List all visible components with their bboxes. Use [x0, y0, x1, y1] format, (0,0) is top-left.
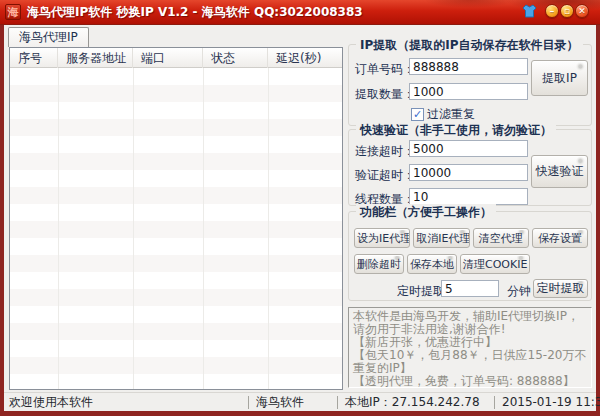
info-line: 本软件是由海鸟开发，辅助IE代理切换IP，请勿用于非法用途,谢谢合作! — [353, 310, 587, 336]
function-button[interactable]: 删除超时 — [354, 254, 404, 274]
app-icon[interactable]: 海 — [5, 4, 21, 20]
status-divider — [248, 396, 249, 409]
app-window: 海 海鸟代理IP软件 秒换IP V1.2 - 海鸟软件 QQ:302200838… — [0, 0, 600, 416]
function-button[interactable]: 保存设置 — [532, 228, 588, 248]
extract-group-title: IP提取（提取的IP自动保存在软件目录） — [356, 37, 583, 54]
info-line: 【包天10￥，包月88￥，日供应15-20万不重复的IP】 — [353, 349, 587, 375]
proxy-list[interactable]: 序号服务器地址端口状态延迟(秒) — [9, 47, 343, 390]
column-header-4[interactable]: 延迟(秒) — [268, 48, 342, 68]
window-title: 海鸟代理IP软件 秒换IP V1.2 - 海鸟软件 QQ:3022008383 — [27, 0, 363, 25]
timer-minutes-input[interactable] — [441, 280, 499, 297]
quick-verify-button[interactable]: 快速验证 — [531, 155, 588, 188]
function-button[interactable]: 设为IE代理 — [354, 228, 410, 248]
column-header-0[interactable]: 序号 — [10, 48, 58, 68]
timer-unit-label: 分钟 — [507, 283, 531, 300]
function-group-title: 功能栏（方便手工操作） — [356, 204, 496, 221]
function-group: 功能栏（方便手工操作） 设为IE代理取消IE代理清空代理保存设置 删除超时保存本… — [348, 211, 592, 301]
title-bar[interactable]: 海 海鸟代理IP软件 秒换IP V1.2 - 海鸟软件 QQ:302200838… — [0, 0, 600, 25]
status-bar: 欢迎使用本软件 海鸟软件 本地IP：27.154.242.78 2015-01-… — [4, 392, 596, 411]
verify-timeout-label: 验证超时： — [355, 167, 415, 184]
filter-duplicates-label: 过滤重复 — [427, 106, 475, 123]
close-icon: ✕ — [576, 5, 588, 17]
extract-ip-button[interactable]: 提取IP — [531, 60, 588, 96]
column-divider — [133, 68, 134, 389]
status-welcome: 欢迎使用本软件 — [9, 393, 93, 412]
checkbox-check-icon: ✓ — [411, 108, 424, 121]
fn-row-1: 设为IE代理取消IE代理清空代理保存设置 — [354, 228, 588, 248]
thread-count-input[interactable] — [409, 188, 528, 205]
verify-timeout-input[interactable] — [409, 164, 528, 181]
column-header-3[interactable]: 状态 — [203, 48, 268, 68]
connect-timeout-input[interactable] — [409, 140, 528, 157]
maximize-button[interactable]: ▫ — [560, 4, 574, 18]
fn-row-2: 删除超时保存本地清理COOKIE — [354, 254, 588, 274]
function-button[interactable]: 取消IE代理 — [413, 228, 469, 248]
close-button[interactable]: ✕ — [575, 4, 589, 18]
maximize-icon: ▫ — [561, 5, 573, 17]
column-divider — [58, 68, 59, 389]
minimize-button[interactable]: – — [545, 4, 559, 18]
connect-timeout-label: 连接超时： — [355, 143, 415, 160]
status-divider — [494, 396, 495, 409]
shirt-icon — [521, 3, 538, 20]
function-button[interactable]: 清空代理 — [473, 228, 529, 248]
timer-extract-button[interactable]: 定时提取 — [533, 279, 588, 298]
order-number-label: 订单号码： — [355, 61, 415, 78]
status-local-ip: 本地IP：27.154.242.78 — [345, 393, 480, 412]
table-body[interactable] — [10, 68, 342, 389]
extract-count-input[interactable] — [409, 83, 528, 100]
column-header-2[interactable]: 端口 — [133, 48, 203, 68]
order-number-input[interactable] — [409, 58, 528, 75]
function-button[interactable]: 清理COOKIE — [460, 254, 530, 274]
column-divider — [268, 68, 269, 389]
filter-duplicates-checkbox[interactable]: ✓ 过滤重复 — [411, 106, 475, 123]
skin-button[interactable] — [521, 3, 538, 20]
tab-proxy-ip[interactable]: 海鸟代理IP — [8, 27, 89, 47]
extract-count-label: 提取数量： — [355, 86, 415, 103]
column-header-1[interactable]: 服务器地址 — [58, 48, 133, 68]
verify-group-title: 快速验证（非手工使用，请勿验证） — [356, 122, 556, 139]
table-header: 序号服务器地址端口状态延迟(秒) — [10, 48, 342, 68]
info-text: 本软件是由海鸟开发，辅助IE代理切换IP，请勿用于非法用途,谢谢合作!【新店开张… — [348, 307, 592, 388]
verify-group: 快速验证（非手工使用，请勿验证） 连接超时： 验证超时： 线程数量： 快速验证 — [348, 129, 592, 206]
status-divider — [337, 396, 338, 409]
minimize-icon: – — [546, 5, 558, 17]
status-datetime: 2015-01-19 11:36:50 — [502, 393, 600, 412]
function-button[interactable]: 保存本地 — [407, 254, 457, 274]
status-brand: 海鸟软件 — [256, 393, 304, 412]
extract-group: IP提取（提取的IP自动保存在软件目录） 订单号码： 提取数量： ✓ 过滤重复 … — [348, 44, 592, 126]
column-divider — [203, 68, 204, 389]
